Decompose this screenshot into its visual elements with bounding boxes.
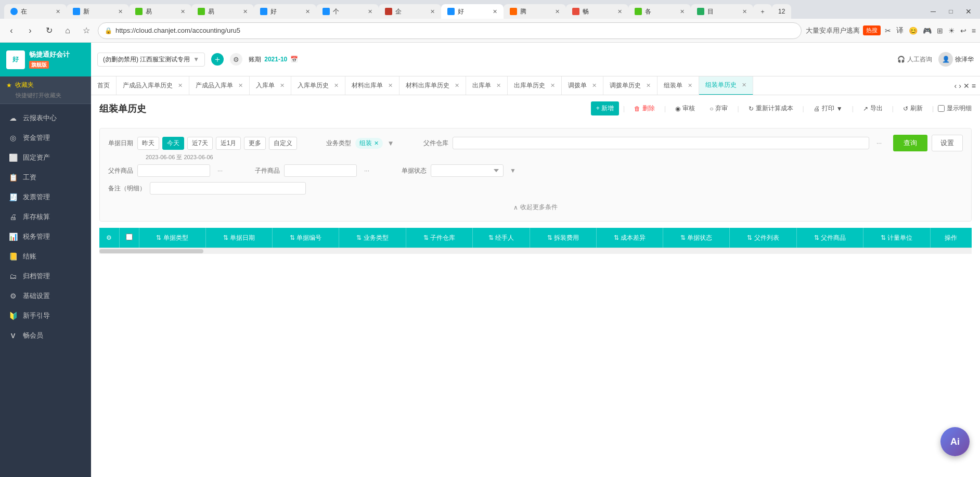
th-doc-type[interactable]: ⇅ 单据类型 [139, 228, 205, 248]
sidebar-item-invoice[interactable]: 🧾 发票管理 [0, 187, 91, 207]
page-tab-close-out-history[interactable]: ✕ [550, 82, 555, 89]
tab-close-5[interactable]: ✕ [305, 8, 310, 15]
refresh-btn[interactable]: ↺ 刷新 [898, 101, 928, 115]
notes-input[interactable] [150, 182, 306, 195]
query-btn[interactable]: 查询 [893, 135, 927, 151]
page-tab-close-material-out[interactable]: ✕ [388, 82, 393, 89]
page-tab-close-material-out-history[interactable]: ✕ [455, 82, 459, 89]
new-tab-btn[interactable]: ＋ [753, 4, 772, 19]
service-btn[interactable]: 🎧 人工咨询 [897, 55, 932, 64]
child-goods-more-btn[interactable]: ··· [361, 166, 372, 175]
page-tab-out[interactable]: 出库单 ✕ [466, 76, 508, 95]
th-doc-no[interactable]: ⇅ 单据编号 [273, 228, 339, 248]
add-company-btn[interactable]: ＋ [211, 53, 224, 66]
audit-btn[interactable]: ◉ 审核 [670, 101, 700, 115]
browser-tab-8[interactable]: 好 ✕ [441, 4, 504, 19]
scissors-icon[interactable]: ✂ [885, 27, 891, 35]
menu-icon[interactable]: ≡ [972, 27, 976, 35]
page-tab-close-prod-in[interactable]: ✕ [238, 82, 243, 89]
page-tab-close-stock-in[interactable]: ✕ [280, 82, 285, 89]
collapse-filters-btn[interactable]: ∧ 收起更多条件 [108, 200, 963, 215]
browser-tab-2[interactable]: 新 ✕ [67, 4, 129, 19]
export-btn[interactable]: ↗ 导出 [858, 101, 888, 115]
date-btn-yesterday[interactable]: 昨天 [137, 137, 159, 150]
parent-warehouse-input[interactable] [453, 137, 869, 149]
date-btn-custom[interactable]: 自定义 [269, 137, 297, 150]
business-type-dropdown-btn[interactable]: ▼ [387, 139, 394, 147]
select-all-checkbox[interactable] [126, 234, 133, 240]
add-btn[interactable]: + 新增 [591, 101, 619, 115]
forward-btn[interactable]: › [23, 23, 37, 38]
sidebar-item-inventory[interactable]: 🖨 库存核算 [0, 207, 91, 227]
page-tab-assembly-history[interactable]: 组装单历史 ✕ [699, 76, 753, 95]
page-tab-stock-in-history[interactable]: 入库单历史 ✕ [291, 76, 345, 95]
tab-close-1[interactable]: ✕ [56, 8, 60, 15]
game-icon[interactable]: 🎮 [923, 27, 932, 35]
th-doc-status[interactable]: ⇅ 单据状态 [663, 228, 730, 248]
browser-tab-1[interactable]: 在 ✕ [4, 4, 67, 19]
recalculate-btn[interactable]: ↻ 重新计算成本 [743, 101, 798, 115]
th-settings[interactable]: ⚙ [99, 228, 119, 248]
home-btn[interactable]: ⌂ [60, 23, 75, 38]
grid-icon[interactable]: ⊞ [937, 27, 943, 35]
page-tab-material-out-history[interactable]: 材料出库单历史 ✕ [399, 76, 466, 95]
close-btn[interactable]: ✕ [961, 4, 976, 19]
th-handler[interactable]: ⇅ 经手人 [472, 228, 530, 248]
show-detail-checkbox[interactable] [938, 105, 945, 112]
tab-close-all-btn[interactable]: ✕ [963, 82, 970, 90]
date-btn-more[interactable]: 更多 [244, 137, 266, 150]
page-tab-home[interactable]: 首页 [91, 76, 117, 95]
parent-goods-input[interactable] [137, 164, 210, 177]
page-tab-close-assembly[interactable]: ✕ [688, 82, 692, 89]
tab-close-7[interactable]: ✕ [430, 8, 435, 15]
user-info[interactable]: 👤 徐泽华 [938, 52, 974, 67]
print-btn[interactable]: 🖨 打印 ▼ [808, 101, 848, 115]
tab-close-2[interactable]: ✕ [118, 8, 123, 15]
th-doc-date[interactable]: ⇅ 单据日期 [205, 228, 272, 248]
bookmark-btn[interactable]: ☆ [79, 23, 94, 38]
tab-more-btn[interactable]: ≡ [972, 82, 976, 90]
company-selector[interactable]: (勿删勿禁用) 江西服宝测试专用 ▼ [97, 53, 205, 67]
page-tab-close-out[interactable]: ✕ [496, 82, 501, 89]
tab-close-8[interactable]: ✕ [493, 8, 497, 15]
tab-close-6[interactable]: ✕ [368, 8, 372, 15]
set-btn[interactable]: 设置 [932, 135, 963, 151]
page-tab-prod-in[interactable]: 产成品入库单 ✕ [189, 76, 250, 95]
tab-close-3[interactable]: ✕ [180, 8, 185, 15]
show-detail-toggle[interactable]: 显示明细 [938, 104, 972, 113]
reload-btn[interactable]: ↻ [42, 23, 56, 38]
browser-tab-5[interactable]: 好 ✕ [254, 4, 316, 19]
scrollbar-thumb[interactable] [99, 249, 203, 253]
abandon-btn[interactable]: ○ 弃审 [704, 101, 733, 115]
emoji-icon[interactable]: 😊 [909, 27, 918, 35]
tab-close-11[interactable]: ✕ [680, 8, 685, 15]
tab-count[interactable]: 12 [772, 4, 791, 19]
page-tab-material-out[interactable]: 材料出库单 ✕ [345, 76, 399, 95]
browser-tab-9[interactable]: 腾 ✕ [504, 4, 566, 19]
column-settings-icon[interactable]: ⚙ [106, 234, 112, 241]
tab-close-4[interactable]: ✕ [243, 8, 248, 15]
browser-tab-6[interactable]: 个 ✕ [316, 4, 379, 19]
sidebar-item-fixed-assets[interactable]: ⬜ 固定资产 [0, 148, 91, 167]
page-tab-close-stock-in-history[interactable]: ✕ [334, 82, 339, 89]
date-btn-7days[interactable]: 近7天 [187, 137, 213, 150]
settings-btn[interactable]: ⚙ [230, 53, 242, 66]
date-btn-today[interactable]: 今天 [162, 137, 184, 150]
page-tab-close-assembly-history[interactable]: ✕ [742, 82, 746, 88]
th-checkbox[interactable] [119, 228, 139, 248]
th-business-type[interactable]: ⇅ 业务类型 [339, 228, 406, 248]
tab-next-btn[interactable]: › [959, 82, 961, 90]
th-cost-diff[interactable]: ⇅ 成本差异 [596, 228, 663, 248]
page-tab-assembly[interactable]: 组装单 ✕ [657, 76, 699, 95]
browser-tab-4[interactable]: 易 ✕ [191, 4, 254, 19]
th-child-warehouse[interactable]: ⇅ 子件仓库 [406, 228, 472, 248]
th-parent-goods[interactable]: ⇅ 父件商品 [796, 228, 863, 248]
parent-goods-more-btn[interactable]: ··· [214, 166, 226, 175]
horizontal-scrollbar[interactable] [99, 248, 972, 254]
th-parent-list[interactable]: ⇅ 父件列表 [730, 228, 796, 248]
browser-tab-7[interactable]: 企 ✕ [379, 4, 441, 19]
delete-btn[interactable]: 🗑 删除 [629, 101, 660, 115]
page-tab-close-prod-in-history[interactable]: ✕ [178, 82, 183, 89]
maximize-btn[interactable]: □ [944, 4, 958, 19]
back-btn[interactable]: ‹ [4, 23, 19, 38]
